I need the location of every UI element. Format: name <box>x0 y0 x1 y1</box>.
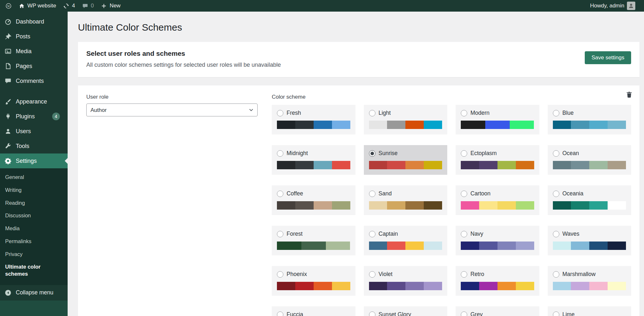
menu-label: Users <box>16 128 64 135</box>
sidebar-item-plugins[interactable]: Plugins 4 <box>0 109 68 124</box>
scheme-radio[interactable] <box>461 231 467 237</box>
scheme-card-sand[interactable]: Sand <box>364 185 448 215</box>
scheme-card-phoenix[interactable]: Phoenix <box>272 266 355 296</box>
scheme-card-light[interactable]: Light <box>364 105 448 134</box>
scheme-card-lime[interactable]: Lime <box>548 306 631 316</box>
color-swatch <box>608 121 626 129</box>
scheme-radio[interactable] <box>277 311 283 316</box>
scheme-card-modern[interactable]: Modern <box>456 105 539 134</box>
scheme-card-cartoon[interactable]: Cartoon <box>456 185 539 215</box>
scheme-radio[interactable] <box>461 191 467 197</box>
scheme-radio[interactable] <box>369 150 375 157</box>
scheme-radio[interactable] <box>369 231 375 237</box>
sidebar-item-dashboard[interactable]: Dashboard <box>0 14 68 29</box>
account-menu[interactable]: Howdy, admin <box>587 0 639 12</box>
scheme-radio[interactable] <box>277 110 283 116</box>
scheme-radio[interactable] <box>277 231 283 237</box>
sidebar-item-tools[interactable]: Tools <box>0 139 68 153</box>
scheme-radio[interactable] <box>369 311 375 316</box>
scheme-card-sunrise[interactable]: Sunrise <box>364 145 448 175</box>
scheme-card-ocean[interactable]: Ocean <box>548 145 631 175</box>
delete-role-button[interactable] <box>625 90 634 99</box>
user-icon <box>628 3 634 9</box>
scheme-radio[interactable] <box>461 311 467 316</box>
scheme-card-blue[interactable]: Blue <box>548 105 631 134</box>
scheme-radio[interactable] <box>369 271 375 278</box>
sidebar-item-media[interactable]: Media <box>0 44 68 59</box>
scheme-card-sunset-glory[interactable]: Sunset Glory <box>364 306 448 316</box>
save-settings-button[interactable]: Save settings <box>585 51 631 64</box>
sidebar-item-appearance[interactable]: Appearance <box>0 94 68 109</box>
sidebar-subitem-general[interactable]: General <box>0 171 68 184</box>
scheme-radio[interactable] <box>553 110 559 116</box>
scheme-radio[interactable] <box>553 311 559 316</box>
sidebar-subitem-privacy[interactable]: Privacy <box>0 248 68 261</box>
scheme-radio[interactable] <box>461 150 467 157</box>
sidebar-subitem-media[interactable]: Media <box>0 222 68 235</box>
scheme-card-navy[interactable]: Navy <box>456 226 539 255</box>
main-content: Ultimate Color Schemes Select user roles… <box>68 0 644 316</box>
page-title: Ultimate Color Schemes <box>78 21 639 34</box>
updates-menu[interactable]: 4 <box>60 0 78 12</box>
scheme-swatches <box>461 121 534 129</box>
scheme-card-captain[interactable]: Captain <box>364 226 448 255</box>
scheme-card-fuccia[interactable]: Fuccia <box>272 306 355 316</box>
scheme-card-forest[interactable]: Forest <box>272 226 355 255</box>
color-swatch <box>479 282 497 290</box>
sidebar-subitem-writing[interactable]: Writing <box>0 184 68 197</box>
color-swatch <box>608 201 626 210</box>
sidebar-item-settings[interactable]: Settings <box>0 153 68 168</box>
site-name-menu[interactable]: WP website <box>15 0 60 12</box>
scheme-card-grey[interactable]: Grey <box>456 306 539 316</box>
collapse-menu-button[interactable]: Collapse menu <box>0 285 68 301</box>
scheme-radio[interactable] <box>461 271 467 278</box>
scheme-name: Sunrise <box>379 150 398 157</box>
scheme-card-fresh[interactable]: Fresh <box>272 105 355 134</box>
scheme-radio[interactable] <box>369 110 375 116</box>
color-swatch <box>295 161 314 169</box>
scheme-name: Waves <box>563 231 580 237</box>
scheme-card-midnight[interactable]: Midnight <box>272 145 355 175</box>
scheme-name: Sand <box>379 190 392 197</box>
color-swatch <box>497 242 516 250</box>
wp-logo-menu[interactable]: W <box>2 0 15 12</box>
scheme-card-coffee[interactable]: Coffee <box>272 185 355 215</box>
comments-menu[interactable]: 0 <box>79 0 97 12</box>
sidebar-item-users[interactable]: Users <box>0 124 68 139</box>
scheme-radio[interactable] <box>461 110 467 116</box>
color-swatch <box>387 121 405 129</box>
new-content-menu[interactable]: New <box>97 0 124 12</box>
sidebar-subitem-discussion[interactable]: Discussion <box>0 209 68 222</box>
color-swatch <box>571 282 589 290</box>
scheme-radio[interactable] <box>369 191 375 197</box>
scheme-radio[interactable] <box>277 191 283 197</box>
scheme-radio[interactable] <box>277 271 283 278</box>
user-role-column: User role Author <box>86 94 258 116</box>
color-swatch <box>461 242 479 250</box>
scheme-radio[interactable] <box>553 231 559 237</box>
scheme-name: Sunset Glory <box>379 311 411 316</box>
scheme-radio[interactable] <box>553 191 559 197</box>
sidebar-item-pages[interactable]: Pages <box>0 59 68 74</box>
scheme-card-violet[interactable]: Violet <box>364 266 448 296</box>
scheme-radio[interactable] <box>553 150 559 157</box>
user-role-select[interactable]: Author <box>86 104 258 116</box>
scheme-radio[interactable] <box>277 150 283 157</box>
scheme-swatches <box>461 242 534 250</box>
sidebar-item-comments[interactable]: Comments <box>0 74 68 88</box>
scheme-card-retro[interactable]: Retro <box>456 266 539 296</box>
sidebar-subitem-permalinks[interactable]: Permalinks <box>0 235 68 248</box>
scheme-card-oceania[interactable]: Oceania <box>548 185 631 215</box>
color-swatch <box>461 282 479 290</box>
sidebar-subitem-reading[interactable]: Reading <box>0 197 68 210</box>
sidebar-subitem-ultimate-color-schemes[interactable]: Ultimate color schemes <box>0 261 68 281</box>
color-swatch <box>553 242 571 250</box>
scheme-card-ectoplasm[interactable]: Ectoplasm <box>456 145 539 175</box>
sidebar-menu: Dashboard Posts Media Pages Comments App… <box>0 12 68 168</box>
scheme-card-waves[interactable]: Waves <box>548 226 631 255</box>
scheme-radio[interactable] <box>553 271 559 278</box>
scheme-swatches <box>553 161 626 169</box>
scheme-card-marshmallow[interactable]: Marshmallow <box>548 266 631 296</box>
sidebar-item-posts[interactable]: Posts <box>0 29 68 44</box>
scheme-head: Retro <box>461 271 534 278</box>
